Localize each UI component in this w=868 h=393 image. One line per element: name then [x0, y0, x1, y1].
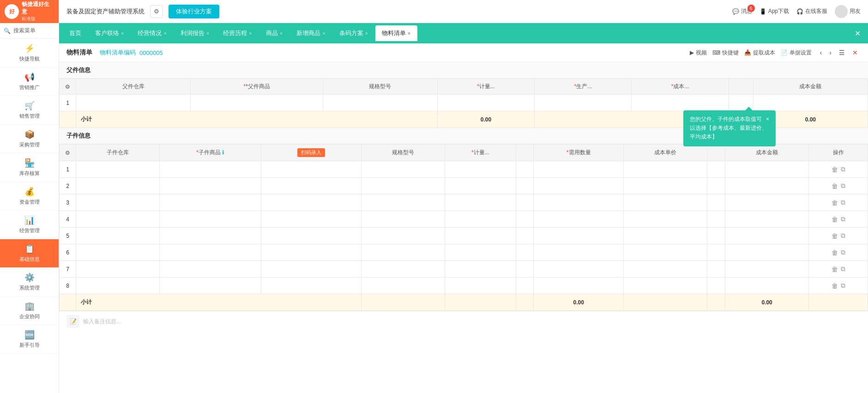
- sidebar-item-system[interactable]: ⚙️ 系统管理: [0, 268, 59, 296]
- child-row-7-goods[interactable]: [160, 261, 261, 278]
- child-row-1-unit[interactable]: [445, 161, 516, 178]
- parent-row-1-production[interactable]: [535, 95, 632, 111]
- child-row-8-spec[interactable]: [361, 278, 445, 294]
- child-row-2-unit[interactable]: [445, 178, 516, 194]
- child-row-4-unit[interactable]: [445, 211, 516, 228]
- shortcut-button[interactable]: ⌨ 快捷键: [712, 49, 739, 57]
- search-menu[interactable]: 🔍 搜索菜单: [0, 23, 59, 39]
- delete-row-5-button[interactable]: 🗑: [832, 232, 838, 240]
- scan-input-button[interactable]: 扫码录入: [297, 148, 325, 157]
- tab-close-operations[interactable]: ×: [163, 30, 166, 36]
- tab-history[interactable]: 经营历程 ×: [217, 25, 258, 41]
- copy-row-3-button[interactable]: ⧉: [841, 199, 845, 206]
- tooltip-close-button[interactable]: ×: [766, 115, 769, 124]
- child-row-5-goods[interactable]: [160, 228, 261, 244]
- delete-row-1-button[interactable]: 🗑: [832, 166, 838, 173]
- child-row-5-unit[interactable]: [445, 228, 516, 244]
- child-row-2-quantity[interactable]: [534, 178, 624, 194]
- tab-add-goods[interactable]: 新增商品 ×: [290, 25, 332, 41]
- user-menu[interactable]: 用友: [835, 5, 861, 18]
- child-row-3-quantity[interactable]: [534, 194, 624, 211]
- child-col-gear[interactable]: ⚙: [60, 145, 76, 161]
- delete-row-7-button[interactable]: 🗑: [832, 266, 838, 273]
- delete-row-6-button[interactable]: 🗑: [832, 249, 838, 256]
- copy-row-7-button[interactable]: ⧉: [841, 265, 845, 273]
- tab-profit[interactable]: 利润报告 ×: [174, 25, 216, 41]
- child-row-6-unit[interactable]: [445, 244, 516, 261]
- delete-row-8-button[interactable]: 🗑: [832, 282, 838, 290]
- child-row-3-goods[interactable]: [160, 194, 261, 211]
- tab-close-history[interactable]: ×: [249, 30, 252, 36]
- close-all-tabs[interactable]: ✕: [851, 27, 864, 40]
- view-video-button[interactable]: ▶ 视频: [690, 49, 707, 57]
- copy-row-8-button[interactable]: ⧉: [841, 282, 845, 290]
- single-settings-button[interactable]: 📄 单据设置: [781, 49, 812, 57]
- child-row-6-unit-cost[interactable]: [624, 244, 707, 261]
- copy-row-5-button[interactable]: ⧉: [841, 232, 845, 240]
- child-row-8-quantity[interactable]: [534, 278, 624, 294]
- tab-bom[interactable]: 物料清单 ×: [375, 25, 417, 41]
- sidebar-item-guide[interactable]: 🆕 新手引导: [0, 325, 59, 354]
- sidebar-item-purchase[interactable]: 📦 采购管理: [0, 125, 59, 153]
- tab-barcode[interactable]: 条码方案 ×: [333, 25, 374, 41]
- sidebar-item-operations[interactable]: 📊 经营管理: [0, 211, 59, 239]
- parent-col-gear[interactable]: ⚙: [60, 79, 76, 95]
- child-row-1-quantity[interactable]: [534, 161, 624, 178]
- extract-cost-button[interactable]: 📥 提取成本: [744, 49, 775, 57]
- note-placeholder[interactable]: 输入备注信息...: [83, 318, 121, 326]
- child-row-1-unit-cost[interactable]: [624, 161, 707, 178]
- child-row-3-unit[interactable]: [445, 194, 516, 211]
- parent-row-1-cost[interactable]: [632, 95, 729, 111]
- child-row-4-unit-cost[interactable]: [624, 211, 707, 228]
- copy-row-4-button[interactable]: ⧉: [841, 215, 845, 223]
- delete-row-2-button[interactable]: 🗑: [832, 182, 838, 190]
- child-row-3-spec[interactable]: [361, 194, 445, 211]
- child-row-1-goods[interactable]: [160, 161, 261, 178]
- child-row-1-spec[interactable]: [361, 161, 445, 178]
- parent-row-1-spec[interactable]: [323, 95, 437, 111]
- tab-close-profit[interactable]: ×: [206, 30, 209, 36]
- online-service-button[interactable]: 🎧 在线客服: [796, 7, 827, 15]
- child-row-5-spec[interactable]: [361, 228, 445, 244]
- child-row-5-unit-cost[interactable]: [624, 228, 707, 244]
- delete-row-4-button[interactable]: 🗑: [832, 216, 838, 223]
- sidebar-item-finance[interactable]: 💰 资金管理: [0, 182, 59, 211]
- sidebar-item-marketing[interactable]: 📢 营销推广: [0, 67, 59, 96]
- child-row-2-spec[interactable]: [361, 178, 445, 194]
- child-row-7-unit-cost[interactable]: [624, 261, 707, 278]
- child-row-6-quantity[interactable]: [534, 244, 624, 261]
- tab-customer[interactable]: 客户联络 ×: [89, 25, 130, 41]
- parent-row-1-goods[interactable]: [191, 95, 323, 111]
- copy-row-1-button[interactable]: ⧉: [841, 165, 845, 173]
- delete-row-3-button[interactable]: 🗑: [832, 199, 838, 206]
- child-row-6-goods[interactable]: [160, 244, 261, 261]
- child-row-4-warehouse[interactable]: [76, 211, 160, 228]
- message-button[interactable]: 💬 消息 6: [732, 7, 752, 15]
- child-row-8-goods[interactable]: [160, 278, 261, 294]
- tab-close-bom[interactable]: ×: [408, 30, 410, 36]
- close-form-button[interactable]: ✕: [850, 48, 861, 57]
- child-row-3-unit-cost[interactable]: [624, 194, 707, 211]
- child-row-2-goods[interactable]: [160, 178, 261, 194]
- tab-close-goods[interactable]: ×: [280, 30, 283, 36]
- child-row-8-unit-cost[interactable]: [624, 278, 707, 294]
- expand-button[interactable]: ☰: [836, 48, 848, 57]
- child-row-4-quantity[interactable]: [534, 211, 624, 228]
- tab-close-customer[interactable]: ×: [121, 30, 124, 36]
- child-row-7-spec[interactable]: [361, 261, 445, 278]
- child-row-7-unit[interactable]: [445, 261, 516, 278]
- tab-close-barcode[interactable]: ×: [365, 30, 368, 36]
- child-row-8-unit[interactable]: [445, 278, 516, 294]
- child-row-3-warehouse[interactable]: [76, 194, 160, 211]
- child-row-4-goods[interactable]: [160, 211, 261, 228]
- child-row-5-quantity[interactable]: [534, 228, 624, 244]
- child-row-7-quantity[interactable]: [534, 261, 624, 278]
- child-row-1-warehouse[interactable]: [76, 161, 160, 178]
- child-row-2-unit-cost[interactable]: [624, 178, 707, 194]
- child-row-7-warehouse[interactable]: [76, 261, 160, 278]
- sidebar-item-enterprise[interactable]: 🏢 企业协同: [0, 296, 59, 325]
- tab-goods[interactable]: 商品 ×: [259, 25, 289, 41]
- prev-page-button[interactable]: ‹: [817, 48, 825, 57]
- child-row-5-warehouse[interactable]: [76, 228, 160, 244]
- app-download-button[interactable]: 📱 App下载: [760, 7, 789, 15]
